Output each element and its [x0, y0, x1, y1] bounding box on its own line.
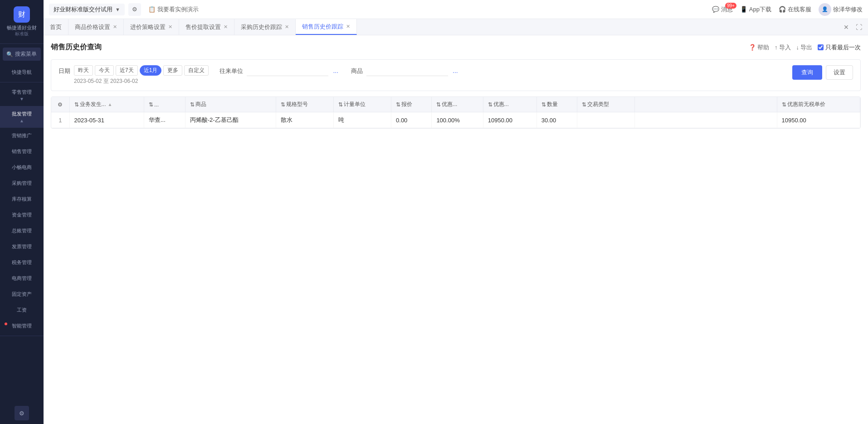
sidebar-item-wholesale[interactable]: 批发管理 ▲: [0, 106, 44, 128]
th-product[interactable]: ⇅ 商品: [185, 97, 276, 112]
import-link[interactable]: ↑ 导入: [775, 43, 791, 52]
tab-purchase-history[interactable]: 采购历史价跟踪 ✕: [234, 19, 296, 35]
tab-sale-price[interactable]: 售价提取设置 ✕: [179, 19, 234, 35]
date-btn-7days[interactable]: 近7天: [116, 65, 138, 76]
cell-product: 丙烯酸-2-乙基己酯: [185, 112, 276, 128]
tab-purchase-strategy-label: 进价策略设置: [130, 23, 166, 31]
sidebar-item-ecommerce[interactable]: 电商管理: [0, 270, 44, 286]
th-pre-tax-price[interactable]: ⇅ 优惠前无税单价: [777, 97, 860, 112]
sort-icon: ⇅: [74, 101, 79, 108]
headset-icon: 🎧: [779, 6, 786, 13]
gear-icon[interactable]: ⚙: [58, 101, 63, 108]
tab-purchase-strategy[interactable]: 进价策略设置 ✕: [124, 19, 179, 35]
date-filter-group: 日期 昨天 今天 近7天 近1月 更多 自定义 2023-05-02 至 202…: [59, 65, 209, 85]
sidebar-search[interactable]: 🔍 搜索菜单: [0, 44, 44, 64]
close-icon[interactable]: ✕: [224, 24, 228, 30]
sidebar-item-purchase[interactable]: 采购管理: [0, 175, 44, 191]
app-download-label: App下载: [749, 5, 771, 14]
th-discount-amt[interactable]: ⇅ 优惠...: [483, 97, 536, 112]
sort-icon: ⇅: [436, 101, 441, 108]
tab-home[interactable]: 首页: [44, 19, 68, 35]
workspace-gear-button[interactable]: ⚙: [128, 3, 141, 16]
sidebar: 财 畅捷通好业财 标准版 🔍 搜索菜单 快捷导航 零售管理 ▼ 批发管理 ▲ 营…: [0, 0, 44, 424]
close-icon[interactable]: ✕: [346, 24, 350, 29]
last-only-checkbox[interactable]: [818, 44, 824, 50]
date-btn-today[interactable]: 今天: [95, 65, 114, 76]
cell-extra: 华查...: [144, 112, 185, 128]
sidebar-item-retail[interactable]: 零售管理 ▼: [0, 84, 44, 106]
data-table: ⚙ ⇅ 业务发生... ▲ ⇅ ...: [51, 97, 860, 128]
sort-icon: ⇅: [396, 101, 400, 108]
sidebar-item-assets[interactable]: 固定资产: [0, 286, 44, 302]
maximize-tab-button[interactable]: ⛶: [853, 22, 864, 33]
sidebar-item-salary[interactable]: 工资: [0, 302, 44, 318]
tab-sales-history[interactable]: 销售历史价跟踪 ✕: [296, 19, 357, 35]
cell-price: 0.00: [391, 112, 432, 128]
search-icon: 🔍: [6, 51, 13, 58]
sidebar-item-sales[interactable]: 销售管理: [0, 144, 44, 159]
th-extra[interactable]: ⇅ ...: [144, 97, 185, 112]
message-button[interactable]: 💬 消息 99+: [712, 5, 733, 14]
th-discount-pct[interactable]: ⇅ 优惠...: [432, 97, 483, 112]
date-filter-label: 日期: [59, 65, 70, 75]
th-unit[interactable]: ⇅ 计量单位: [334, 97, 391, 112]
demo-link[interactable]: 📋 我要看实例演示: [148, 5, 199, 14]
close-icon[interactable]: ✕: [168, 24, 172, 30]
import-label: 导入: [779, 43, 791, 52]
close-tab-button[interactable]: ✕: [841, 22, 852, 33]
sort-icon: ⇅: [582, 101, 586, 108]
sidebar-item-invoice[interactable]: 发票管理: [0, 239, 44, 255]
cell-unit: 吨: [334, 112, 391, 128]
message-badge: 99+: [725, 3, 736, 9]
sidebar-item-inventory[interactable]: 库存核算: [0, 191, 44, 207]
close-icon[interactable]: ✕: [113, 24, 117, 30]
cell-spec: 散水: [276, 112, 334, 128]
sort-icon: ⇅: [149, 101, 153, 108]
sidebar-item-tax[interactable]: 税务管理: [0, 255, 44, 270]
search-menu-button[interactable]: 🔍 搜索菜单: [3, 48, 41, 61]
app-icon: 📱: [740, 6, 747, 13]
user-menu[interactable]: 👤 徐泽华修改: [819, 3, 863, 16]
help-link[interactable]: ❓ 帮助: [749, 43, 769, 52]
th-price[interactable]: ⇅ 报价: [391, 97, 432, 112]
date-btn-yesterday[interactable]: 昨天: [74, 65, 93, 76]
table-settings-button[interactable]: 设置: [826, 65, 853, 80]
sidebar-logo: 财 畅捷通好业财 标准版: [0, 0, 44, 44]
sidebar-item-ecommerce-small[interactable]: 小畅电商: [0, 159, 44, 175]
close-icon[interactable]: ✕: [285, 24, 289, 30]
sort-icon: ⇅: [488, 101, 493, 108]
cell-pre-tax-price: 10950.00: [777, 112, 860, 128]
source-input[interactable]: [247, 65, 328, 76]
date-range: 2023-05-02 至 2023-06-02: [74, 77, 209, 85]
export-link[interactable]: ↓ 导出: [796, 43, 813, 52]
date-btn-1month[interactable]: 近1月: [140, 65, 162, 76]
sidebar-item-ai[interactable]: 智能管理: [0, 318, 44, 334]
cell-quantity: 30.00: [536, 112, 577, 128]
th-trade-type[interactable]: ⇅ 交易类型: [577, 97, 635, 112]
app-download-button[interactable]: 📱 App下载: [740, 5, 771, 14]
sidebar-item-marketing[interactable]: 营销推广: [0, 128, 44, 144]
product-filter-label: 商品: [351, 65, 363, 75]
th-spec[interactable]: ⇅ 规格型号: [276, 97, 334, 112]
tab-product-price[interactable]: 商品价格设置 ✕: [68, 19, 124, 35]
th-quantity[interactable]: ⇅ 数量: [536, 97, 577, 112]
online-service-button[interactable]: 🎧 在线客服: [779, 5, 811, 14]
th-business-date[interactable]: ⇅ 业务发生... ▲: [69, 97, 144, 112]
sidebar-item-finance[interactable]: 资金管理: [0, 207, 44, 223]
date-btn-more[interactable]: 更多: [163, 65, 182, 76]
sidebar-item-ledger[interactable]: 总账管理: [0, 223, 44, 239]
workspace-selector[interactable]: 好业财标准版交付试用 ▼: [49, 4, 125, 15]
cell-spacer: [635, 112, 777, 128]
last-only-label[interactable]: 只看最后一次: [818, 43, 861, 52]
query-button[interactable]: 查询: [792, 65, 822, 80]
product-dots[interactable]: ...: [451, 66, 460, 75]
th-gear: ⚙: [51, 97, 69, 112]
table-row: 1 2023-05-31 华查... 丙烯酸-2-乙基己酯 散水 吨 0.00 …: [51, 112, 860, 128]
product-input[interactable]: [366, 65, 448, 76]
sidebar-item-quick-nav[interactable]: 快捷导航: [0, 64, 44, 80]
product-input-group: ...: [366, 65, 460, 76]
sidebar-settings-button[interactable]: ⚙: [15, 406, 29, 420]
date-btn-custom[interactable]: 自定义: [184, 65, 209, 76]
help-icon: ❓: [749, 44, 756, 51]
source-dots[interactable]: ...: [331, 66, 340, 75]
